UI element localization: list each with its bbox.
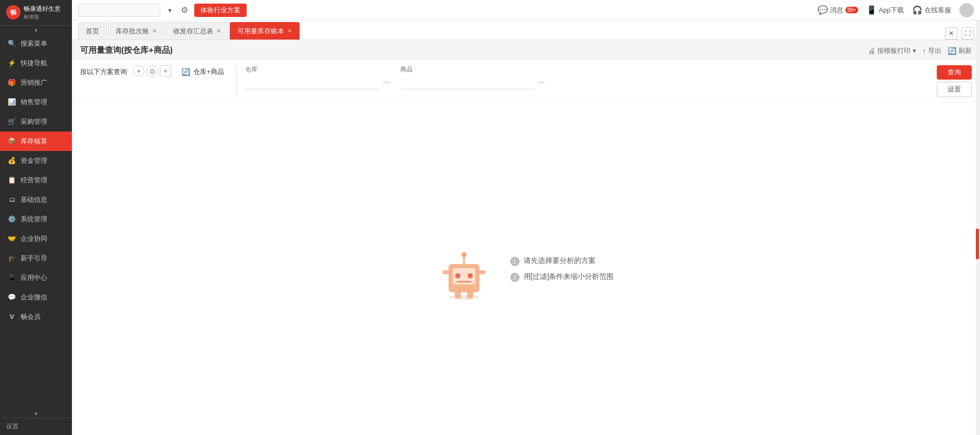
sidebar-item-shortcut-label: 快捷导航 bbox=[21, 59, 47, 68]
filter-warehouse-group: 仓库 ··· bbox=[245, 65, 392, 89]
sidebar-item-newbie-label: 新手引导 bbox=[21, 254, 47, 263]
inventory-icon: 📦 bbox=[7, 137, 16, 146]
filter-schemes: 🔄 仓库+商品 bbox=[177, 65, 228, 79]
add-scheme-button[interactable]: + bbox=[133, 65, 144, 77]
warehouse-more-button[interactable]: ··· bbox=[381, 77, 392, 88]
print-button[interactable]: 🖨 按模板打印 ▾ bbox=[868, 46, 916, 55]
sidebar-item-basic-label: 基础信息 bbox=[21, 195, 47, 204]
topbar: ▾ ⚙ 体验行业方案 💬 消息 99+ 📱 App下载 🎧 在线客服 bbox=[72, 0, 980, 21]
shortcut-icon: ⚡ bbox=[7, 59, 16, 68]
tab-close-all-button[interactable]: ✕ bbox=[945, 27, 957, 40]
print-icon: 🖨 bbox=[868, 47, 875, 55]
sidebar-scroll-up[interactable]: ▲ bbox=[0, 26, 72, 34]
search-dropdown-button[interactable]: ▾ bbox=[164, 5, 175, 15]
sidebar-item-newbie[interactable]: 🎓 新手引导 bbox=[0, 249, 72, 268]
filter-goods-label: 商品 bbox=[400, 65, 547, 74]
sidebar-item-marketing[interactable]: 🎁 营销推广 bbox=[0, 73, 72, 92]
sidebar-item-finance[interactable]: 💰 资金管理 bbox=[0, 151, 72, 171]
export-icon: ↑ bbox=[922, 47, 926, 55]
svg-point-0 bbox=[449, 295, 479, 300]
print-dropdown-icon: ▾ bbox=[913, 47, 916, 54]
export-button[interactable]: ↑ 导出 bbox=[922, 46, 941, 55]
sidebar-item-inventory-label: 库存核算 bbox=[21, 137, 47, 146]
app-download-item[interactable]: 📱 App下载 bbox=[866, 5, 904, 15]
sidebar-item-purchase[interactable]: 🛒 采购管理 bbox=[0, 112, 72, 131]
sidebar-item-wechat[interactable]: 💬 企业微信 bbox=[0, 288, 72, 307]
chart-icon: 📊 bbox=[7, 98, 16, 107]
tab-batch-ledger-close[interactable]: ✕ bbox=[152, 28, 157, 34]
collapse-button[interactable]: « bbox=[160, 65, 171, 77]
tab-batch-ledger[interactable]: 库存批次账 ✕ bbox=[108, 22, 164, 40]
tab-available-ledger-label: 可用量库存账本 bbox=[237, 27, 284, 36]
filter-scheme-actions: + ⊙ « bbox=[133, 65, 171, 77]
filter-warehouse-field: ··· bbox=[245, 75, 392, 89]
sidebar-item-app-center[interactable]: 📱 应用中心 bbox=[0, 268, 72, 288]
sidebar-item-purchase-label: 采购管理 bbox=[21, 117, 47, 126]
tab-receipt-summary-close[interactable]: ✕ bbox=[216, 28, 221, 34]
empty-tip-2-num: 2 bbox=[510, 273, 520, 282]
refresh-label: 刷新 bbox=[958, 46, 972, 55]
goods-more-button[interactable]: ··· bbox=[536, 77, 547, 88]
svg-point-3 bbox=[455, 273, 460, 278]
sidebar-item-operations[interactable]: 📋 经营管理 bbox=[0, 171, 72, 190]
tab-batch-ledger-label: 库存批次账 bbox=[116, 27, 149, 36]
sidebar-item-system[interactable]: ⚙️ 系统管理 bbox=[0, 210, 72, 229]
tab-receipt-summary[interactable]: 收发存汇总表 ✕ bbox=[165, 22, 229, 40]
svg-rect-8 bbox=[442, 270, 450, 274]
scrollbar-thumb bbox=[976, 229, 979, 259]
empty-text: 1 请先选择要分析的方案 2 用[过滤]条件来缩小分析范围 bbox=[510, 256, 614, 282]
sidebar-item-system-label: 系统管理 bbox=[21, 215, 47, 224]
settings-button[interactable]: 设置 bbox=[937, 82, 972, 97]
wechat-icon: 💬 bbox=[7, 293, 16, 302]
query-buttons: 查询 设置 bbox=[937, 65, 972, 97]
tab-available-ledger-close[interactable]: ✕ bbox=[287, 28, 292, 34]
refresh-icon: 🔄 bbox=[948, 47, 956, 55]
warehouse-input[interactable] bbox=[245, 75, 379, 89]
member-icon: V bbox=[7, 312, 16, 321]
sidebar-item-app-center-label: 应用中心 bbox=[21, 273, 47, 282]
scheme-label: 仓库+商品 bbox=[193, 67, 224, 77]
export-label: 导出 bbox=[928, 46, 941, 55]
sidebar-item-member[interactable]: V 畅会员 bbox=[0, 307, 72, 327]
avatar[interactable] bbox=[959, 3, 974, 17]
sidebar-item-enterprise[interactable]: 🤝 企业协同 bbox=[0, 229, 72, 249]
settings-scheme-button[interactable]: ⊙ bbox=[146, 65, 158, 77]
page-title: 可用量查询(按仓库+商品) bbox=[80, 45, 173, 56]
filter-goods-field: ··· bbox=[400, 75, 547, 89]
empty-tip-1-text: 请先选择要分析的方案 bbox=[524, 256, 596, 266]
sidebar-item-finance-label: 资金管理 bbox=[21, 156, 47, 165]
sidebar-item-inventory[interactable]: 📦 库存核算 bbox=[0, 131, 72, 151]
svg-point-7 bbox=[461, 252, 467, 257]
headset-icon: 🎧 bbox=[912, 5, 922, 15]
online-support-item[interactable]: 🎧 在线客服 bbox=[912, 5, 951, 15]
tabs-controls: ✕ ⛶ bbox=[945, 27, 974, 40]
goods-input[interactable] bbox=[400, 75, 534, 89]
notification-label: 消息 bbox=[830, 6, 843, 15]
print-label: 按模板打印 bbox=[877, 46, 911, 55]
topbar-gear-button[interactable]: ⚙ bbox=[179, 5, 190, 16]
trial-button[interactable]: 体验行业方案 bbox=[194, 4, 247, 17]
tab-home[interactable]: 首页 bbox=[78, 22, 107, 40]
sidebar-settings[interactable]: 设置 bbox=[0, 418, 72, 435]
svg-rect-9 bbox=[478, 270, 486, 274]
scheme-item-warehouse-goods[interactable]: 🔄 仓库+商品 bbox=[177, 65, 228, 79]
tab-available-ledger[interactable]: 可用量库存账本 ✕ bbox=[230, 22, 300, 40]
app-icon: 📱 bbox=[7, 273, 16, 282]
tabs-bar: 首页 库存批次账 ✕ 收发存汇总表 ✕ 可用量库存账本 ✕ ✕ ⛶ bbox=[72, 21, 980, 40]
right-scrollbar[interactable] bbox=[976, 21, 980, 435]
sidebar-item-shortcut[interactable]: ⚡ 快捷导航 bbox=[0, 53, 72, 73]
refresh-button[interactable]: 🔄 刷新 bbox=[948, 46, 972, 55]
sidebar-item-search[interactable]: 🔍 搜索菜单 bbox=[0, 34, 72, 53]
sidebar-item-sales[interactable]: 📊 销售管理 bbox=[0, 92, 72, 112]
query-button[interactable]: 查询 bbox=[937, 65, 972, 80]
sidebar-item-basic[interactable]: 🗂 基础信息 bbox=[0, 190, 72, 210]
notification-badge: 99+ bbox=[845, 7, 858, 13]
notification-item[interactable]: 💬 消息 99+ bbox=[818, 5, 858, 15]
tab-home-label: 首页 bbox=[86, 27, 99, 36]
sidebar-scroll-down[interactable]: ▼ bbox=[0, 409, 72, 418]
svg-point-4 bbox=[468, 273, 473, 278]
tab-fullscreen-button[interactable]: ⛶ bbox=[961, 27, 974, 40]
sidebar-item-member-label: 畅会员 bbox=[21, 312, 41, 321]
online-support-label: 在线客服 bbox=[924, 6, 951, 15]
search-input[interactable] bbox=[78, 4, 160, 17]
